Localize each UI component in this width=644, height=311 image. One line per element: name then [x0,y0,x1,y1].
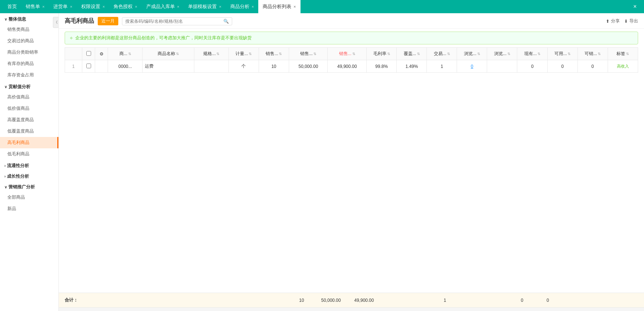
col-available[interactable]: 可用...⇅ [547,48,578,60]
col-gross-rate[interactable]: 毛利率⇅ [367,48,397,60]
col-current[interactable]: 现有...⇅ [517,48,547,60]
sidebar-item-category-rate[interactable]: 商品分类助销率 [0,47,58,58]
footer-trade: 1 [432,298,458,303]
row-settings [95,60,108,73]
row-tag: 高收入 [608,60,638,73]
col-code[interactable]: 商...⇅ [108,48,143,60]
row-code: 0000... [108,60,143,73]
sidebar-item-low-margin[interactable]: 低毛利商品 [0,148,58,160]
sidebar-section-marketing[interactable]: ∨ 营销推广分析 [0,181,58,192]
sidebar-item-all-goods[interactable]: 全部商品 [0,192,58,203]
content-area: 高毛利商品 近一月 🔍 ⬆ 分享 ⬇ 导出 ✧ 企业的主要的利润都是这部分商品创… [59,13,644,311]
footer-values: 10 50,000.00 49,900.00 1 0 0 [123,298,638,303]
chevron-down-icon: ∨ [4,85,7,89]
sidebar-section-contribution[interactable]: ∨ 贡献值分析 [0,81,58,91]
close-icon[interactable]: × [177,4,179,9]
col-coverage[interactable]: 覆盖...⇅ [397,48,427,60]
nav-item-roles[interactable]: 角色授权 × [109,0,141,13]
nav-item-product-analysis[interactable]: 商品分析 × [226,0,258,13]
search-box[interactable]: 🔍 [122,17,232,25]
search-input[interactable] [125,19,222,24]
row-checkbox-cell[interactable] [82,60,95,73]
row-name: 运费 [143,60,194,73]
close-icon[interactable]: × [219,4,221,9]
horizontal-scrollbar[interactable] [59,307,644,311]
close-icon[interactable]: × [102,4,105,9]
select-all-checkbox[interactable] [86,51,91,56]
col-name[interactable]: 商品名称⇅ [143,48,194,60]
export-button[interactable]: ⬇ 导出 [624,18,638,24]
nav-item-permissions[interactable]: 权限设置 × [77,0,109,13]
footer-sales-profit: 49,900.00 [348,298,381,303]
chevron-right-icon: › [4,174,6,178]
row-coverage: 1.49% [397,60,427,73]
close-icon[interactable]: × [135,4,137,9]
chevron-right-icon: › [4,164,6,168]
nav-item-sales[interactable]: 销售单 × [21,0,49,13]
sidebar-collapse-button[interactable]: 《 [53,17,59,28]
col-index [65,48,82,60]
sidebar-item-traded-goods[interactable]: 交易过的商品 [0,35,58,47]
col-sellable[interactable]: 可销...⇅ [578,48,608,60]
nav-item-home[interactable]: 首页 [3,0,21,13]
col-sales-profit[interactable]: 销售...⇅ [328,48,367,60]
col-trade[interactable]: 交易...⇅ [427,48,457,60]
info-text: 企业的主要的利润都是这部分商品创造的，可考虑加大推广，同时关注库存是不要出现缺货 [75,35,252,41]
info-banner: ✧ 企业的主要的利润都是这部分商品创造的，可考虑加大推广，同时关注库存是不要出现… [65,32,638,44]
close-icon[interactable]: × [252,4,254,9]
nav-item-purchase[interactable]: 进货单 × [49,0,76,13]
row-sales-qty: 10 [259,60,289,73]
row-sales-amount: 50,000.00 [289,60,328,73]
sidebar-section-growth[interactable]: › 成长性分析 [0,170,58,181]
row-browse1[interactable]: 0 [457,60,487,73]
row-available: 0 [547,60,578,73]
col-settings[interactable]: ⚙ [95,48,108,60]
sidebar: 《 ∨ 整体信息 销售类商品 交易过的商品 商品分类助销率 有库存的商品 库存资… [0,13,59,311]
time-filter-button[interactable]: 近一月 [98,17,118,25]
col-unit[interactable]: 计量...⇅ [229,48,259,60]
sidebar-item-high-coverage[interactable]: 高覆盖度商品 [0,114,58,126]
col-browse1[interactable]: 浏览...⇅ [457,48,487,60]
row-checkbox[interactable] [86,64,91,68]
sidebar-item-sales-goods[interactable]: 销售类商品 [0,24,58,35]
col-spec[interactable]: 规格...⇅ [194,48,229,60]
nav-item-template-settings[interactable]: 单据模板设置 × [184,0,226,13]
footer-label: 合计： [65,297,123,303]
sidebar-item-new-goods[interactable]: 新品 [0,203,58,214]
header-actions: ⬆ 分享 ⬇ 导出 [606,18,638,24]
share-button[interactable]: ⬆ 分享 [606,18,620,24]
window-close-button[interactable]: × [629,0,641,13]
nav-item-product-analysis-list[interactable]: 商品分析列表 × [258,0,300,13]
sidebar-section-overall[interactable]: ∨ 整体信息 [0,13,58,24]
table-container[interactable]: ⚙ 商...⇅ 商品名称⇅ 规格...⇅ 计量...⇅ 销售...⇅ 销售...… [59,47,644,293]
search-icon[interactable]: 🔍 [223,19,229,24]
chevron-down-icon: ∨ [4,185,7,189]
row-current: 0 [517,60,547,73]
share-icon: ⬆ [606,19,609,24]
footer-sales-qty: 10 [289,298,314,303]
col-sales-amount[interactable]: 销售...⇅ [289,48,328,60]
sidebar-item-low-value[interactable]: 低价值商品 [0,103,58,114]
sidebar-item-stock-capital[interactable]: 库存资金占用 [0,69,58,81]
col-sales-qty[interactable]: 销售...⇅ [259,48,289,60]
sidebar-item-high-margin[interactable]: 高毛利商品 [0,137,58,148]
sidebar-section-liquidity[interactable]: › 流通性分析 [0,160,58,170]
nav-item-product-warehouse[interactable]: 产成品入库单 × [142,0,184,13]
col-checkbox [82,48,95,60]
main-layout: 《 ∨ 整体信息 销售类商品 交易过的商品 商品分类助销率 有库存的商品 库存资… [0,13,644,311]
table-row: 1 0000... 运费 个 10 50,000.00 49,900.00 99… [65,60,638,73]
col-tag[interactable]: 标签⇅ [608,48,638,60]
close-icon[interactable]: × [42,4,44,9]
footer-current: 0 [509,298,535,303]
col-browse2[interactable]: 浏览...⇅ [487,48,517,60]
row-spec [194,60,229,73]
sidebar-item-low-coverage[interactable]: 低覆盖度商品 [0,126,58,137]
chevron-down-icon: ∨ [4,17,7,21]
export-icon: ⬇ [624,19,628,24]
sidebar-item-stocked-goods[interactable]: 有库存的商品 [0,58,58,69]
close-icon[interactable]: × [294,4,296,9]
footer-available: 0 [535,298,561,303]
close-icon[interactable]: × [70,4,72,9]
row-sellable: 0 [578,60,608,73]
sidebar-item-high-value[interactable]: 高价值商品 [0,91,58,103]
